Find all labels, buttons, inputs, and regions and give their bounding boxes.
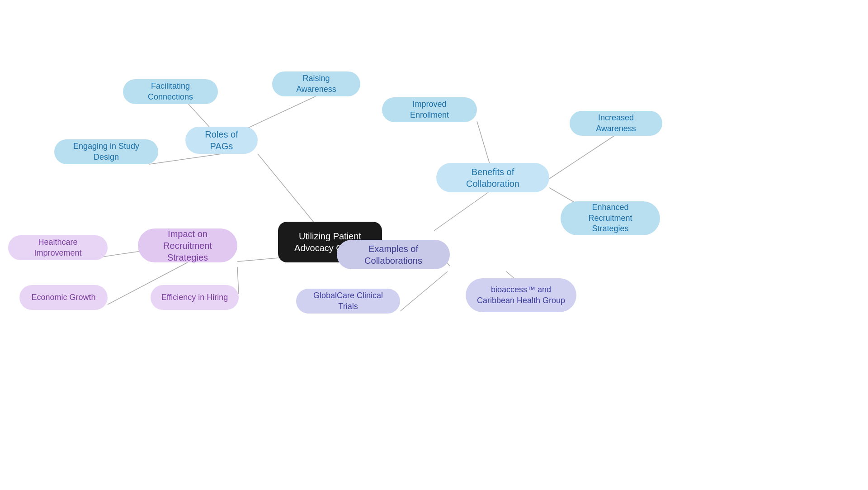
svg-line-8: [549, 135, 616, 179]
svg-line-12: [237, 267, 239, 294]
increased-awareness-node: Increased Awareness: [570, 111, 662, 136]
globalcare-node: GlobalCare Clinical Trials: [296, 289, 400, 314]
svg-line-1: [434, 189, 493, 231]
engaging-study-design-node: Engaging in Study Design: [54, 139, 158, 164]
roles-pags-node: Roles of PAGs: [185, 127, 258, 154]
enhanced-recruitment-node: Enhanced Recruitment Strategies: [561, 201, 660, 235]
impact-recruitment-node: Impact on Recruitment Strategies: [138, 228, 237, 262]
healthcare-improvement-node: Healthcare Improvement: [8, 235, 108, 260]
raising-awareness-node: Raising Awareness: [272, 71, 360, 96]
efficiency-hiring-node: Efficiency in Hiring: [151, 285, 239, 310]
svg-line-13: [400, 271, 448, 311]
svg-line-6: [149, 154, 222, 164]
examples-collaborations-node: Examples of Collaborations: [337, 240, 450, 269]
economic-growth-node: Economic Growth: [19, 285, 108, 310]
facilitating-connections-node: Facilitating Connections: [123, 79, 218, 104]
benefits-collaboration-node: Benefits of Collaboration: [436, 163, 549, 192]
bioaccess-node: bioaccess™ and Caribbean Health Group: [466, 278, 576, 312]
improved-enrollment-node: Improved Enrollment: [382, 97, 477, 122]
